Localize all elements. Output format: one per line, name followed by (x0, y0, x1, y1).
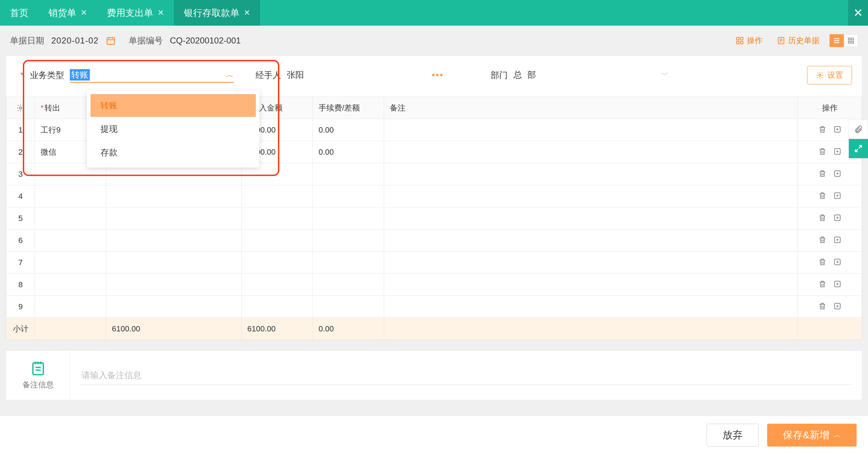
cell-fee[interactable] (313, 163, 384, 185)
add-row-icon[interactable] (832, 279, 843, 289)
th-ops: 操作 (798, 97, 862, 119)
cell-out-amount[interactable] (106, 207, 242, 229)
dept-field[interactable]: 部门 总 部 ﹀ (491, 68, 690, 83)
delete-row-icon[interactable] (817, 301, 828, 311)
chevron-down-icon: ﹀ (661, 69, 670, 80)
cell-out-amount[interactable] (106, 229, 242, 252)
cell-out-amount[interactable] (106, 185, 242, 207)
calendar-icon[interactable] (106, 36, 116, 46)
add-row-icon[interactable] (832, 301, 843, 311)
svg-rect-9 (852, 41, 854, 43)
expand-button[interactable] (849, 139, 868, 158)
add-row-icon[interactable] (832, 234, 843, 245)
biz-type-field[interactable]: * 业务类型 转账 ︿ (20, 68, 241, 83)
view-grid-button[interactable] (844, 34, 858, 47)
delete-row-icon[interactable] (817, 279, 828, 289)
cell-ops (798, 252, 862, 274)
dropdown-option-deposit[interactable]: 存款 (91, 141, 256, 164)
table-row[interactable]: 9 (6, 296, 862, 318)
add-row-icon[interactable] (832, 168, 843, 179)
svg-rect-0 (107, 38, 114, 45)
svg-rect-2 (740, 37, 743, 40)
attachment-button[interactable] (849, 120, 868, 139)
ops-button[interactable]: 操作 (735, 35, 763, 46)
cell-note[interactable] (384, 119, 798, 141)
th-fee: 手续费/差额 (313, 97, 384, 119)
table-row[interactable]: 8 (6, 274, 862, 296)
cell-fee[interactable] (313, 185, 384, 207)
history-button[interactable]: 历史单据 (777, 35, 820, 46)
delete-row-icon[interactable] (817, 190, 828, 201)
cell-note[interactable] (384, 229, 798, 252)
delete-row-icon[interactable] (817, 146, 828, 157)
delete-row-icon[interactable] (817, 168, 828, 179)
date-value[interactable]: 2020-01-02 (51, 36, 99, 46)
table-row[interactable]: 7 (6, 252, 862, 274)
cell-fee[interactable] (313, 207, 384, 229)
cell-out-account[interactable] (35, 252, 106, 274)
settings-button[interactable]: 设置 (807, 66, 852, 84)
dropdown-option-transfer[interactable]: 转账 (91, 94, 256, 117)
handler-value: 张阳 (287, 69, 304, 81)
tab-sales[interactable]: 销货单✕ (38, 0, 97, 26)
cell-fee[interactable]: 0.00 (313, 141, 384, 163)
discard-button[interactable]: 放弃 (707, 424, 759, 447)
tab-home[interactable]: 首页 (0, 0, 38, 26)
table-row[interactable]: 6 (6, 229, 862, 252)
close-icon[interactable]: ✕ (157, 8, 164, 17)
cell-note[interactable] (384, 185, 798, 207)
cell-fee[interactable] (313, 252, 384, 274)
view-list-button[interactable] (830, 34, 844, 47)
delete-row-icon[interactable] (817, 234, 828, 245)
add-row-icon[interactable] (832, 190, 843, 201)
add-row-icon[interactable] (832, 146, 843, 157)
cell-in-amount[interactable] (242, 229, 313, 252)
cell-out-amount[interactable] (106, 274, 242, 296)
tab-expense[interactable]: 费用支出单✕ (97, 0, 174, 26)
cell-in-amount[interactable] (242, 185, 313, 207)
cell-note[interactable] (384, 274, 798, 296)
chevron-up-icon: ︿ (834, 430, 841, 440)
delete-row-icon[interactable] (817, 257, 828, 267)
table-row[interactable]: 5 (6, 207, 862, 229)
cell-in-amount[interactable] (242, 207, 313, 229)
add-row-icon[interactable] (832, 212, 843, 223)
cell-in-amount[interactable] (242, 274, 313, 296)
dept-value: 总 部 (513, 69, 537, 81)
cell-fee[interactable] (313, 229, 384, 252)
cell-note[interactable] (384, 163, 798, 185)
cell-out-account[interactable] (35, 229, 106, 252)
cell-in-amount[interactable] (242, 252, 313, 274)
handler-field[interactable]: 经手人 张阳 ••• (255, 68, 476, 83)
cell-ops (798, 207, 862, 229)
tab-bank-transfer[interactable]: 银行存取款单✕ (174, 0, 260, 26)
remarks-input[interactable] (80, 366, 852, 385)
doc-no-value: CQ-20200102-001 (170, 36, 241, 46)
cell-fee[interactable]: 0.00 (313, 119, 384, 141)
delete-row-icon[interactable] (817, 124, 828, 135)
cell-out-account[interactable] (35, 185, 106, 207)
cell-ops (798, 163, 862, 185)
add-row-icon[interactable] (832, 124, 843, 135)
close-panel-button[interactable]: ✕ (848, 0, 868, 26)
dropdown-option-withdraw[interactable]: 提现 (91, 118, 256, 140)
cell-note[interactable] (384, 207, 798, 229)
table-row[interactable]: 4 (6, 185, 862, 207)
delete-row-icon[interactable] (817, 212, 828, 223)
row-index: 4 (6, 185, 35, 207)
save-add-button[interactable]: 保存&新增 ︿ (767, 424, 857, 447)
close-icon[interactable]: ✕ (244, 8, 250, 17)
close-icon[interactable]: ✕ (81, 8, 87, 17)
cell-out-account[interactable] (35, 274, 106, 296)
remarks-icon-block: 备注信息 (6, 351, 70, 400)
cell-note[interactable] (384, 141, 798, 163)
cell-out-account[interactable] (35, 207, 106, 229)
cell-out-amount[interactable] (106, 252, 242, 274)
more-icon[interactable]: ••• (432, 69, 444, 81)
row-index: 8 (6, 274, 35, 296)
cell-note[interactable] (384, 252, 798, 274)
info-bar: 单据日期 2020-01-02 单据编号 CQ-20200102-001 操作 … (0, 26, 868, 56)
add-row-icon[interactable] (832, 257, 843, 267)
cell-fee[interactable] (313, 274, 384, 296)
gear-header[interactable] (6, 97, 35, 119)
